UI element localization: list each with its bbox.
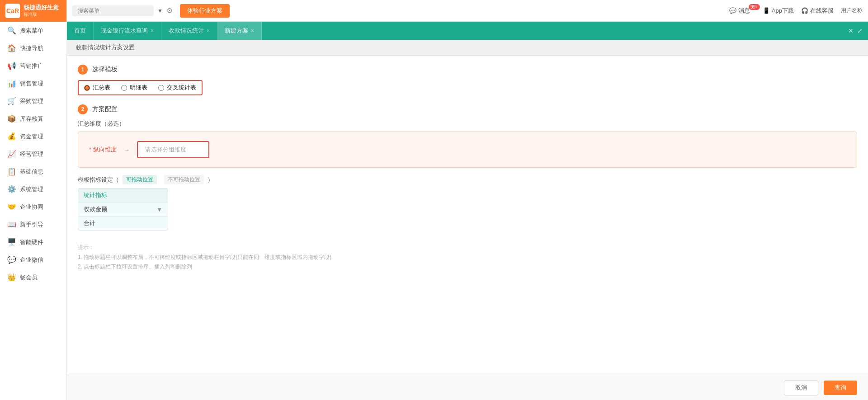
step2-number: 2 bbox=[78, 104, 88, 114]
gear-icon[interactable]: ⚙ bbox=[166, 6, 173, 15]
tab-cashflow[interactable]: 现金银行流水查询 × bbox=[94, 22, 161, 40]
step1-title: 选择模板 bbox=[92, 66, 118, 74]
main-area: ▼ ⚙ 体验行业方案 💬 消息 99+ 📱 App下载 🎧 在线客服 用户名称 … bbox=[67, 0, 868, 400]
enterprise-icon: 🤝 bbox=[7, 202, 16, 211]
metric-row-amount: 收款金额 ▼ bbox=[78, 202, 168, 216]
sidebar-item-sales[interactable]: 📊 销售管理 bbox=[0, 75, 66, 92]
radio-detail[interactable] bbox=[121, 85, 127, 91]
logo-area: CaR 畅捷通好生意 标准版 bbox=[0, 0, 66, 22]
inventory-icon: 📦 bbox=[7, 114, 16, 123]
non-draggable-badge: 不可拖动位置 bbox=[164, 175, 204, 184]
sidebar-item-management[interactable]: 📈 经营管理 bbox=[0, 145, 66, 163]
download-icon: 📱 bbox=[763, 7, 770, 14]
dimension-row: 纵向维度 → 请选择分组维度 bbox=[89, 141, 846, 158]
radio-cross[interactable] bbox=[158, 85, 164, 91]
tab-collection[interactable]: 收款情况统计 × bbox=[161, 22, 217, 40]
dropdown-icon[interactable]: ▼ bbox=[157, 8, 163, 14]
purchase-icon: 🛒 bbox=[7, 97, 16, 105]
sidebar-item-system[interactable]: ⚙️ 系统管理 bbox=[0, 180, 66, 198]
sidebar-item-purchase[interactable]: 🛒 采购管理 bbox=[0, 92, 66, 110]
sidebar-label-system: 系统管理 bbox=[20, 185, 43, 193]
sales-icon: 📊 bbox=[7, 79, 16, 88]
tips-title: 提示： bbox=[78, 244, 94, 250]
tab-new-scheme[interactable]: 新建方案 × bbox=[217, 22, 262, 40]
msg-item[interactable]: 💬 消息 99+ bbox=[729, 7, 755, 15]
metric-setting-label: 模板指标设定（ bbox=[78, 176, 119, 184]
footer-bar: 取消 查询 bbox=[67, 375, 868, 400]
tab-home[interactable]: 首页 bbox=[67, 22, 94, 40]
vip-icon: 👑 bbox=[7, 273, 16, 282]
dimension-selector[interactable]: 请选择分组维度 bbox=[137, 141, 209, 158]
metric-amount-label: 收款金额 bbox=[84, 205, 107, 213]
template-cross-label: 交叉统计表 bbox=[167, 84, 196, 92]
sidebar-label-marketing: 营销推广 bbox=[20, 62, 43, 70]
sidebar-label-inventory: 库存核算 bbox=[20, 115, 43, 123]
tab-new-scheme-close[interactable]: × bbox=[251, 28, 254, 34]
sidebar-item-inventory[interactable]: 📦 库存核算 bbox=[0, 110, 66, 127]
row-dimension-label: 纵向维度 bbox=[89, 146, 117, 154]
breadcrumb: 收款情况统计方案设置 bbox=[76, 44, 135, 51]
metric-suffix: ） bbox=[208, 176, 213, 184]
sidebar-item-search[interactable]: 🔍 搜索菜单 bbox=[0, 22, 66, 39]
topbar: ▼ ⚙ 体验行业方案 💬 消息 99+ 📱 App下载 🎧 在线客服 用户名称 bbox=[67, 0, 868, 22]
metric-setting-header: 模板指标设定（ 可拖动位置 不可拖动位置 ） bbox=[78, 175, 857, 184]
tabbar: 首页 现金银行流水查询 × 收款情况统计 × 新建方案 × ✕ ⤢ bbox=[67, 22, 868, 40]
radio-summary[interactable] bbox=[84, 85, 90, 91]
industry-btn[interactable]: 体验行业方案 bbox=[180, 4, 230, 18]
sidebar-label-sales: 销售管理 bbox=[20, 80, 43, 88]
sidebar-label-vip: 畅会员 bbox=[20, 273, 38, 282]
tips-section: 提示： 1. 拖动标题栏可以调整布局，不可跨维度或指标区域拖动栏目字段(只能在同… bbox=[78, 243, 857, 272]
msg-label: 消息 bbox=[738, 7, 750, 15]
sidebar-item-marketing[interactable]: 📢 营销推广 bbox=[0, 57, 66, 75]
sidebar-item-guide[interactable]: 📖 新手引导 bbox=[0, 216, 66, 233]
tab-cashflow-label: 现金银行流水查询 bbox=[101, 27, 148, 35]
search-input[interactable] bbox=[72, 5, 154, 16]
sidebar-item-vip[interactable]: 👑 畅会员 bbox=[0, 268, 66, 286]
tab-collection-close[interactable]: × bbox=[207, 28, 210, 34]
tabbar-right: ✕ ⤢ bbox=[848, 27, 868, 34]
tab-cashflow-close[interactable]: × bbox=[151, 28, 154, 34]
sidebar-item-wechat[interactable]: 💬 企业微信 bbox=[0, 251, 66, 268]
sidebar-label-management: 经营管理 bbox=[20, 150, 43, 158]
template-selector: 汇总表 明细表 交叉统计表 bbox=[78, 80, 203, 95]
sidebar-item-enterprise[interactable]: 🤝 企业协同 bbox=[0, 198, 66, 216]
step1-section: 1 选择模板 汇总表 明细表 交叉统计表 bbox=[78, 65, 857, 95]
logo-icon: CaR bbox=[5, 4, 20, 18]
config-section: 汇总维度（必选） 纵向维度 → 请选择分组维度 模板指标设定（ 可拖动位置 bbox=[78, 120, 857, 272]
tab-close-all-icon[interactable]: ✕ bbox=[848, 27, 854, 34]
sidebar-item-basic[interactable]: 📋 基础信息 bbox=[0, 163, 66, 180]
step1-number: 1 bbox=[78, 65, 88, 75]
sidebar-label-search: 搜索菜单 bbox=[20, 27, 43, 35]
template-detail[interactable]: 明细表 bbox=[121, 84, 147, 92]
sidebar-item-finance[interactable]: 💰 资金管理 bbox=[0, 127, 66, 145]
metric-subtotal: 合计 bbox=[78, 216, 168, 230]
step1-header: 1 选择模板 bbox=[78, 65, 857, 75]
basic-icon: 📋 bbox=[7, 167, 16, 176]
template-detail-label: 明细表 bbox=[130, 84, 147, 92]
logo-text: 畅捷通好生意 bbox=[24, 4, 59, 11]
template-summary-label: 汇总表 bbox=[93, 84, 110, 92]
sidebar-item-hardware[interactable]: 🖥️ 智能硬件 bbox=[0, 233, 66, 251]
logo-badge: 标准版 bbox=[24, 11, 59, 18]
page-header: 收款情况统计方案设置 bbox=[67, 40, 868, 56]
system-icon: ⚙️ bbox=[7, 185, 16, 193]
sidebar-item-nav[interactable]: 🏠 快捷导航 bbox=[0, 39, 66, 57]
sidebar-label-purchase: 采购管理 bbox=[20, 97, 43, 105]
tip-line-2: 2. 点击标题栏下拉可设置排序、插入列和删除列 bbox=[78, 262, 857, 272]
tab-expand-icon[interactable]: ⤢ bbox=[857, 27, 863, 34]
template-summary[interactable]: 汇总表 bbox=[84, 84, 110, 92]
dimension-arrow: → bbox=[124, 146, 130, 153]
sidebar: CaR 畅捷通好生意 标准版 🔍 搜索菜单 🏠 快捷导航 📢 营销推广 📊 销售… bbox=[0, 0, 67, 400]
template-cross[interactable]: 交叉统计表 bbox=[158, 84, 196, 92]
query-button[interactable]: 查询 bbox=[824, 381, 857, 395]
metric-dropdown-icon[interactable]: ▼ bbox=[156, 206, 162, 213]
step2-section: 2 方案配置 汇总维度（必选） 纵向维度 → 请选择分组维度 bbox=[78, 104, 857, 272]
sidebar-label-hardware: 智能硬件 bbox=[20, 238, 43, 246]
form-body: 1 选择模板 汇总表 明细表 交叉统计表 bbox=[67, 56, 868, 375]
metric-setting: 模板指标设定（ 可拖动位置 不可拖动位置 ） 统计指标 收款金额 ▼ bbox=[78, 175, 857, 232]
cancel-button[interactable]: 取消 bbox=[784, 380, 818, 395]
download-item[interactable]: 📱 App下载 bbox=[763, 7, 794, 15]
service-item[interactable]: 🎧 在线客服 bbox=[801, 7, 834, 15]
sidebar-nav: 🔍 搜索菜单 🏠 快捷导航 📢 营销推广 📊 销售管理 🛒 采购管理 📦 库存核… bbox=[0, 22, 66, 400]
finance-icon: 💰 bbox=[7, 132, 16, 141]
